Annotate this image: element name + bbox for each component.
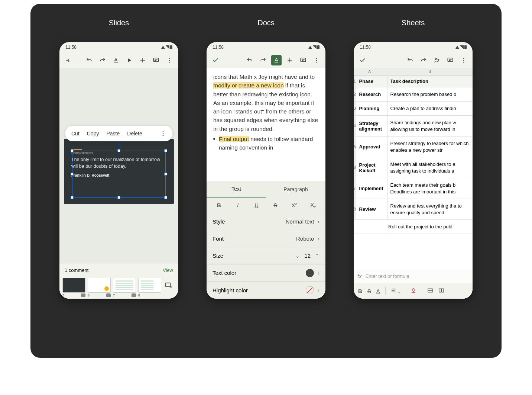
thumb-6[interactable] [88, 278, 111, 293]
thumb-5[interactable] [62, 278, 85, 293]
cell-task[interactable]: Share findings and new plan w allowing u… [387, 116, 473, 136]
redo-icon[interactable] [258, 55, 268, 65]
bold-button[interactable]: B [210, 202, 228, 208]
slides-canvas[interactable]: Cut Copy Paste Delete Project objective … [59, 68, 178, 264]
fill-color-button[interactable] [411, 288, 416, 295]
header-task[interactable]: Task description [387, 76, 473, 87]
tab-text[interactable]: Text [207, 181, 266, 198]
handle-bm[interactable] [117, 196, 120, 199]
add-icon[interactable] [285, 55, 295, 65]
cell-phase[interactable]: Implement [356, 178, 387, 199]
col-header-a[interactable]: A [354, 68, 385, 76]
more-icon[interactable] [311, 55, 322, 65]
context-paste[interactable]: Paste [106, 131, 120, 137]
done-icon[interactable] [357, 55, 368, 65]
size-decrease-icon[interactable]: ⌄ [295, 253, 300, 259]
handle-tl[interactable] [71, 149, 74, 152]
redo-icon[interactable] [418, 55, 429, 65]
cell-phase[interactable]: Project Kickoff [356, 157, 387, 178]
text-format-icon[interactable] [271, 55, 282, 65]
add-icon[interactable] [137, 55, 148, 65]
back-icon[interactable] [63, 55, 74, 65]
redo-icon[interactable] [97, 55, 108, 65]
more-icon[interactable] [164, 55, 175, 65]
font-row[interactable]: Font Roboto› [207, 230, 325, 247]
cell-task[interactable]: Each team meets their goals b Deadlines … [387, 178, 473, 199]
cell-phase[interactable]: Review [356, 199, 387, 219]
undo-icon[interactable] [244, 55, 255, 65]
table-row[interactable]: 4Strategy alignmentShare findings and ne… [354, 116, 473, 137]
comment-icon[interactable] [445, 55, 455, 65]
header-phase[interactable]: Phase [356, 76, 387, 87]
table-row[interactable]: 5ApprovalPresent strategy to leaders for… [354, 137, 473, 157]
text-format-icon[interactable] [111, 55, 121, 65]
more-icon[interactable] [458, 55, 469, 65]
cell-phase[interactable]: Strategy alignment [356, 116, 387, 136]
tab-paragraph[interactable]: Paragraph [266, 181, 325, 198]
context-copy[interactable]: Copy [87, 131, 99, 137]
strikethrough-button[interactable]: S [266, 202, 285, 208]
cell-phase[interactable] [354, 220, 385, 234]
handle-br[interactable] [164, 196, 167, 199]
cell-task[interactable]: Present strategy to leaders for which en… [387, 137, 473, 157]
present-icon[interactable] [124, 55, 134, 65]
status-bar: 11:58 [354, 42, 473, 52]
cell-task[interactable]: Roll out the project to the publ [385, 220, 473, 234]
handle-ml[interactable] [71, 173, 74, 176]
style-row[interactable]: Style Normal text› [207, 213, 325, 230]
thumb-8[interactable] [138, 278, 161, 293]
undo-icon[interactable] [84, 55, 94, 65]
subscript-button[interactable]: X2 [304, 202, 322, 209]
undo-icon[interactable] [405, 55, 415, 65]
italic-button[interactable]: I [228, 202, 247, 208]
comment-icon[interactable] [151, 55, 161, 65]
underline-button[interactable]: U [247, 202, 266, 208]
highlight-color-row[interactable]: Highlight color › [207, 282, 325, 299]
cell-task[interactable]: Create a plan to address findin [387, 102, 473, 115]
align-button[interactable]: ▾ [391, 288, 400, 295]
cell-phase[interactable]: Planning [356, 102, 387, 115]
superscript-button[interactable]: X2 [285, 202, 304, 208]
comment-icon[interactable] [298, 55, 308, 65]
view-link[interactable]: View [163, 267, 173, 273]
col-header-b[interactable]: B [385, 68, 473, 76]
cell-task[interactable]: Research the problem based o [387, 87, 473, 101]
add-slide-button[interactable] [163, 280, 174, 290]
done-icon[interactable] [210, 55, 221, 65]
handle-tm[interactable] [117, 149, 120, 152]
formula-input[interactable]: Enter text or formula [366, 273, 469, 279]
text-color-row[interactable]: Text color › [207, 264, 325, 282]
table-row[interactable]: 3PlanningCreate a plan to address findin [354, 102, 473, 116]
table-row[interactable]: 6Project KickoffMeet with all stakeholde… [354, 157, 473, 178]
bold-button[interactable]: B [358, 288, 362, 294]
merge-button[interactable] [438, 288, 444, 295]
cell-task[interactable]: Meet with all stakeholders to e assignin… [387, 157, 473, 178]
table-row[interactable]: Roll out the project to the publ [354, 220, 473, 234]
handle-tr[interactable] [164, 149, 167, 152]
thumb-7[interactable] [113, 278, 136, 293]
comment-count[interactable]: 1 comment [65, 267, 88, 273]
slide-preview[interactable]: Project objective The only limit to our … [64, 139, 174, 204]
sheet-area[interactable]: A B 1 Phase Task description 2ResearchRe… [354, 68, 473, 269]
handle-mr[interactable] [164, 173, 167, 176]
cell-task[interactable]: Review and test everything tha to ensure… [387, 199, 473, 219]
cell-format-button[interactable] [427, 288, 433, 295]
docs-title: Docs [257, 19, 275, 27]
selection-box[interactable] [72, 151, 166, 198]
table-row[interactable]: 2ResearchResearch the problem based o [354, 87, 473, 102]
cell-phase[interactable]: Approval [356, 137, 387, 157]
share-icon[interactable] [432, 55, 442, 65]
size-increase-icon[interactable]: ⌃ [315, 253, 319, 259]
table-row[interactable]: 7ImplementEach team meets their goals b … [354, 178, 473, 199]
chevron-right-icon: › [318, 219, 319, 225]
text-color-button[interactable]: A [376, 288, 380, 294]
context-more-icon[interactable] [160, 128, 166, 139]
strikethrough-button[interactable]: S [367, 288, 371, 294]
context-delete[interactable]: Delete [127, 131, 142, 137]
cell-phase[interactable]: Research [356, 87, 387, 101]
handle-bl[interactable] [71, 196, 74, 199]
context-cut[interactable]: Cut [71, 131, 80, 137]
doc-body[interactable]: icons that Math x Joy might have and to … [207, 68, 325, 181]
svg-point-6 [163, 135, 164, 136]
table-row[interactable]: 8ReviewReview and test everything tha to… [354, 199, 473, 220]
